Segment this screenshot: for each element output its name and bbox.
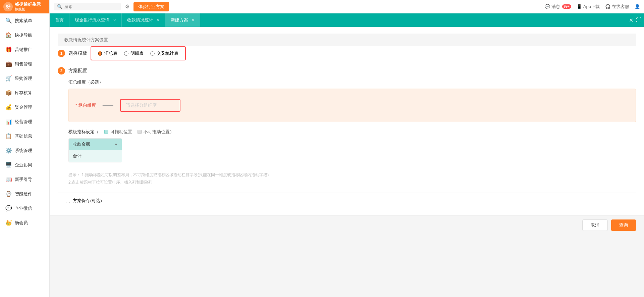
members-icon: 👑	[5, 219, 12, 226]
tab-collection-stats-close[interactable]: ✕	[157, 18, 160, 22]
footer-section: 方案保存(可选)	[58, 193, 636, 208]
arrow-icon: ——	[103, 102, 113, 108]
tab-bank-flow-close[interactable]: ✕	[113, 18, 116, 22]
settings-icon[interactable]: ⚙	[125, 3, 129, 10]
topbar: 🔍 ⚙ 体验行业方案 💬 消息 99+ 📱 App下载 🎧 在线客服 👤	[50, 0, 644, 13]
inventory-icon: 📦	[5, 90, 12, 96]
dimension-area: * 纵向维度 —— 请选择分组维度	[68, 89, 636, 122]
page-title: 收款情况统计方案设置	[58, 34, 636, 46]
sidebar-item-basic-info[interactable]: 📋 基础信息	[0, 129, 49, 143]
sidebar-item-search-menu[interactable]: 🔍 搜索菜单	[0, 13, 49, 28]
metrics-section-title: 模板指标设定（	[68, 129, 99, 135]
radio-summary-input[interactable]	[98, 51, 102, 56]
step2-header: 2 方案配置	[58, 67, 636, 75]
notification-label: 消息	[551, 4, 560, 10]
search-menu-icon: 🔍	[5, 17, 12, 24]
app-download-icon: 📱	[577, 4, 582, 9]
sidebar-item-corp-wechat[interactable]: 💬 企业微信	[0, 201, 49, 215]
sidebar-item-label: 智能硬件	[15, 191, 32, 197]
tab-home[interactable]: 首页	[50, 13, 69, 27]
user-avatar[interactable]: 👤	[635, 4, 640, 9]
sidebar-item-label: 快捷导航	[15, 32, 32, 38]
close-window-icon[interactable]: ✕	[629, 17, 633, 23]
tab-new-plan-close[interactable]: ✕	[192, 18, 195, 22]
sidebar-item-purchase[interactable]: 🛒 采购管理	[0, 71, 49, 86]
page-body: 收款情况统计方案设置 1 选择模板 汇总表	[50, 27, 644, 215]
sidebar-item-marketing[interactable]: 🎁 营销推广	[0, 42, 49, 57]
tab-bank-flow[interactable]: 现金银行流水查询 ✕	[69, 13, 122, 27]
tab-new-plan[interactable]: 新建方案 ✕	[165, 13, 200, 27]
tabbar: 首页 现金银行流水查询 ✕ 收款情况统计 ✕ 新建方案 ✕ ✕ ⛶	[50, 13, 644, 27]
step2-title: 方案配置	[68, 68, 87, 74]
sidebar-item-inventory[interactable]: 📦 库存核算	[0, 86, 49, 100]
industry-plan-button[interactable]: 体验行业方案	[133, 2, 169, 11]
sidebar-item-label: 库存核算	[15, 90, 32, 96]
logo-text-block: 畅捷通好生意 标准版	[15, 2, 41, 12]
sidebar-item-members[interactable]: 👑 畅会员	[0, 215, 49, 230]
query-button[interactable]: 查询	[611, 219, 636, 231]
sidebar-item-label: 畅会员	[15, 220, 28, 226]
sidebar-item-sales[interactable]: 💼 销售管理	[0, 57, 49, 71]
sidebar-item-newbie-guide[interactable]: 📖 新手引导	[0, 172, 49, 187]
brand-name: 畅捷通好生意	[15, 2, 41, 7]
radio-detail-input[interactable]	[124, 51, 128, 56]
sidebar-item-label: 采购管理	[15, 76, 32, 82]
notification-action[interactable]: 💬 消息 99+	[545, 4, 571, 10]
content-area: 收款情况统计方案设置 1 选择模板 汇总表	[50, 27, 644, 297]
bottom-bar: 取消 查询	[50, 215, 644, 235]
legend-fixed: 不可拖动位置）	[138, 129, 174, 135]
maximize-icon[interactable]: ⛶	[636, 17, 641, 23]
sidebar-item-label: 基础信息	[15, 133, 32, 139]
user-icon: 👤	[635, 4, 640, 9]
dimension-config: 汇总维度（必选） * 纵向维度 —— 请选择分组维度 模板指标设定（ 可拖动位置	[68, 79, 636, 186]
metrics-column-title: 收款金额	[73, 141, 90, 147]
metrics-total-row: 合计	[69, 150, 122, 162]
cancel-button[interactable]: 取消	[582, 219, 608, 231]
search-input[interactable]	[64, 4, 115, 9]
metrics-section: 模板指标设定（ 可拖动位置 不可拖动位置）	[68, 129, 636, 163]
finance-icon: 💰	[5, 104, 12, 110]
metrics-header: 模板指标设定（ 可拖动位置 不可拖动位置）	[68, 129, 636, 135]
tabbar-controls: ✕ ⛶	[626, 13, 644, 27]
search-box[interactable]: 🔍	[54, 3, 121, 10]
dimension-select-box[interactable]: 请选择分组维度	[120, 99, 180, 112]
save-plan-label: 方案保存(可选)	[73, 198, 102, 204]
step1-section: 1 选择模板 汇总表 明细表	[58, 46, 636, 60]
radio-cross-input[interactable]	[150, 51, 155, 56]
metrics-column-header[interactable]: 收款金额 ▼	[69, 139, 122, 150]
online-service-action[interactable]: 🎧 在线客服	[605, 4, 629, 10]
sidebar-item-operations[interactable]: 📊 经营管理	[0, 114, 49, 129]
radio-detail-label: 明细表	[130, 50, 144, 56]
corp-wechat-icon: 💬	[5, 205, 12, 211]
save-plan-checkbox[interactable]	[66, 199, 70, 203]
app-download-action[interactable]: 📱 App下载	[577, 4, 600, 10]
radio-cross[interactable]: 交叉统计表	[150, 50, 178, 56]
hint-2: 2.点击标题栏下拉可设置排序、插入列和删除列	[68, 179, 636, 186]
logo-icon: 好	[3, 2, 13, 11]
tab-collection-stats[interactable]: 收款情况统计 ✕	[122, 13, 165, 27]
sales-icon: 💼	[5, 61, 12, 67]
marketing-icon: 🎁	[5, 46, 12, 53]
basic-info-icon: 📋	[5, 133, 12, 139]
chevron-down-icon[interactable]: ▼	[114, 143, 118, 146]
sidebar-item-system[interactable]: ⚙️ 系统管理	[0, 143, 49, 158]
sidebar-item-quick-nav[interactable]: 🏠 快捷导航	[0, 28, 49, 42]
sidebar-item-smart-hw[interactable]: ⌚ 智能硬件	[0, 187, 49, 201]
sidebar-item-label: 搜索菜单	[15, 18, 32, 24]
step1-badge: 1	[58, 50, 65, 57]
online-service-label: 在线客服	[612, 4, 629, 10]
notification-badge: 99+	[562, 4, 571, 9]
step1-header: 1 选择模板 汇总表 明细表	[58, 46, 636, 60]
sidebar-item-corp-collab[interactable]: 🖥️ 企业协同	[0, 158, 49, 172]
newbie-guide-icon: 📖	[5, 176, 12, 183]
radio-summary[interactable]: 汇总表	[98, 50, 117, 56]
radio-detail[interactable]: 明细表	[124, 50, 144, 56]
fixed-legend-dot	[138, 130, 142, 134]
hints-section: 提示： 1.拖动标题栏可以调整布局，不可跨维度或指标区域拖动栏目字段(只能在同一…	[68, 171, 636, 186]
template-selection-box: 汇总表 明细表 交叉统计表	[91, 46, 186, 60]
tab-bank-flow-label: 现金银行流水查询	[75, 17, 110, 23]
operations-icon: 📊	[5, 118, 12, 125]
quick-nav-icon: 🏠	[5, 32, 12, 38]
sidebar-item-finance[interactable]: 💰 资金管理	[0, 100, 49, 114]
tab-collection-stats-label: 收款情况统计	[127, 17, 153, 23]
